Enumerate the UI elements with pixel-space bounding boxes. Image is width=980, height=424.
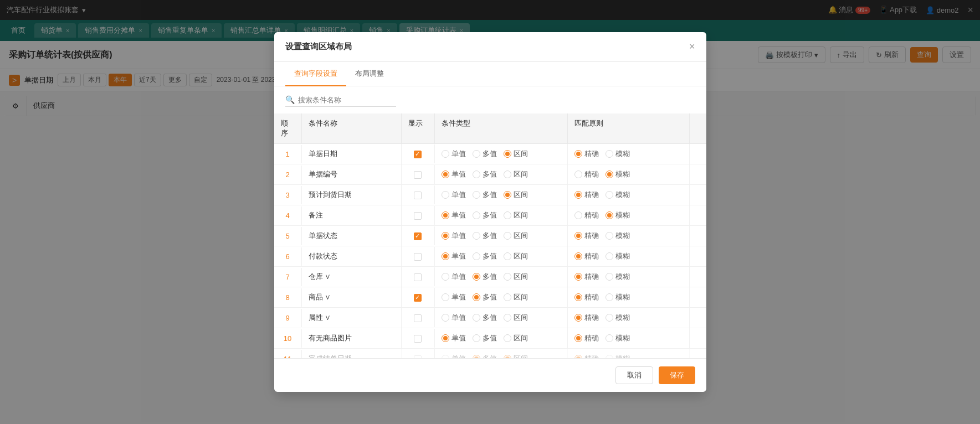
cell-display[interactable] <box>402 206 435 225</box>
radio-item-type_multi[interactable]: 多值 <box>473 169 497 179</box>
radio-circle <box>504 191 511 199</box>
radio-item-type_range[interactable]: 区间 <box>504 354 528 358</box>
cell-display[interactable] <box>402 185 435 204</box>
radio-item-rule_exact[interactable]: 精确 <box>574 210 599 220</box>
cell-display[interactable] <box>402 308 435 327</box>
display-checkbox[interactable] <box>414 355 422 358</box>
type-radio-group: 单值多值区间 <box>442 272 561 282</box>
radio-item-type_single[interactable]: 单值 <box>442 149 466 159</box>
radio-item-rule_exact[interactable]: 精确 <box>574 292 599 302</box>
radio-item-type_range[interactable]: 区间 <box>504 313 528 323</box>
radio-item-rule_fuzzy[interactable]: 模糊 <box>606 292 630 302</box>
radio-item-type_range[interactable]: 区间 <box>504 272 528 282</box>
cell-display[interactable] <box>402 267 435 286</box>
radio-item-type_single[interactable]: 单值 <box>442 169 466 179</box>
radio-item-type_range[interactable]: 区间 <box>504 210 528 220</box>
dialog-tab-layout[interactable]: 布局调整 <box>346 62 393 86</box>
radio-item-type_single[interactable]: 单值 <box>442 272 466 282</box>
cell-display[interactable] <box>402 144 435 163</box>
radio-item-type_range[interactable]: 区间 <box>504 333 528 343</box>
radio-item-type_single[interactable]: 单值 <box>442 333 466 343</box>
radio-item-rule_exact[interactable]: 精确 <box>574 313 599 323</box>
radio-label: 精确 <box>584 292 599 302</box>
radio-item-type_multi[interactable]: 多值 <box>473 354 497 358</box>
radio-item-rule_fuzzy[interactable]: 模糊 <box>606 210 630 220</box>
radio-circle <box>473 355 480 358</box>
radio-item-type_range[interactable]: 区间 <box>504 292 528 302</box>
display-checkbox[interactable] <box>414 314 422 322</box>
display-checkbox[interactable] <box>414 212 422 220</box>
rule-radio-group: 精确模糊 <box>574 251 683 261</box>
radio-item-type_single[interactable]: 单值 <box>442 251 466 261</box>
cell-display[interactable] <box>402 349 435 358</box>
display-checkbox[interactable] <box>414 232 422 240</box>
radio-item-type_single[interactable]: 单值 <box>442 190 466 200</box>
display-checkbox[interactable] <box>414 273 422 281</box>
cell-rule: 精确模糊 <box>568 287 690 307</box>
radio-item-rule_exact[interactable]: 精确 <box>574 149 599 159</box>
radio-label: 单值 <box>451 169 466 179</box>
cell-type: 单值多值区间 <box>435 246 568 266</box>
radio-item-type_range[interactable]: 区间 <box>504 149 528 159</box>
radio-item-type_multi[interactable]: 多值 <box>473 272 497 282</box>
cancel-btn[interactable]: 取消 <box>615 366 653 384</box>
search-input[interactable] <box>298 96 387 104</box>
radio-label: 精确 <box>584 272 599 282</box>
radio-item-rule_fuzzy[interactable]: 模糊 <box>606 333 630 343</box>
cell-order: 10 <box>274 329 302 348</box>
radio-item-type_range[interactable]: 区间 <box>504 169 528 179</box>
radio-item-rule_fuzzy[interactable]: 模糊 <box>606 190 630 200</box>
cell-display[interactable] <box>402 247 435 266</box>
radio-item-type_multi[interactable]: 多值 <box>473 313 497 323</box>
cell-name: 付款状态 <box>302 246 402 266</box>
radio-item-type_range[interactable]: 区间 <box>504 190 528 200</box>
type-radio-group: 单值多值区间 <box>442 190 561 200</box>
type-radio-group: 单值多值区间 <box>442 169 561 179</box>
display-checkbox[interactable] <box>414 151 422 158</box>
cell-order: 3 <box>274 186 302 204</box>
dialog-close-btn[interactable]: × <box>689 41 695 53</box>
radio-item-rule_fuzzy[interactable]: 模糊 <box>606 354 630 358</box>
radio-item-rule_exact[interactable]: 精确 <box>574 333 599 343</box>
display-checkbox[interactable] <box>414 253 422 261</box>
radio-item-rule_fuzzy[interactable]: 模糊 <box>606 251 630 261</box>
radio-item-type_multi[interactable]: 多值 <box>473 333 497 343</box>
radio-item-rule_fuzzy[interactable]: 模糊 <box>606 272 630 282</box>
radio-item-type_range[interactable]: 区间 <box>504 251 528 261</box>
cell-display[interactable] <box>402 226 435 245</box>
radio-item-rule_fuzzy[interactable]: 模糊 <box>606 313 630 323</box>
radio-item-type_multi[interactable]: 多值 <box>473 292 497 302</box>
cell-display[interactable] <box>402 329 435 348</box>
radio-item-rule_exact[interactable]: 精确 <box>574 190 599 200</box>
radio-item-type_multi[interactable]: 多值 <box>473 231 497 241</box>
radio-item-type_single[interactable]: 单值 <box>442 292 466 302</box>
radio-item-rule_exact[interactable]: 精确 <box>574 272 599 282</box>
radio-item-rule_exact[interactable]: 精确 <box>574 251 599 261</box>
radio-item-type_single[interactable]: 单值 <box>442 313 466 323</box>
radio-item-type_multi[interactable]: 多值 <box>473 251 497 261</box>
cell-display[interactable] <box>402 288 435 307</box>
radio-item-rule_fuzzy[interactable]: 模糊 <box>606 169 630 179</box>
cell-display[interactable] <box>402 165 435 184</box>
radio-item-type_single[interactable]: 单值 <box>442 231 466 241</box>
dialog-tab-query-fields[interactable]: 查询字段设置 <box>285 62 346 86</box>
save-btn[interactable]: 保存 <box>659 366 695 384</box>
radio-item-type_range[interactable]: 区间 <box>504 231 528 241</box>
radio-item-type_single[interactable]: 单值 <box>442 354 466 358</box>
display-checkbox[interactable] <box>414 192 422 199</box>
radio-item-rule_exact[interactable]: 精确 <box>574 354 599 358</box>
radio-item-type_single[interactable]: 单值 <box>442 210 466 220</box>
display-checkbox[interactable] <box>414 294 422 302</box>
radio-item-type_multi[interactable]: 多值 <box>473 190 497 200</box>
radio-label: 区间 <box>514 190 528 200</box>
radio-item-rule_exact[interactable]: 精确 <box>574 231 599 241</box>
radio-item-type_multi[interactable]: 多值 <box>473 149 497 159</box>
radio-item-rule_fuzzy[interactable]: 模糊 <box>606 149 630 159</box>
cell-order: 8 <box>274 288 302 307</box>
display-checkbox[interactable] <box>414 335 422 343</box>
radio-item-type_multi[interactable]: 多值 <box>473 210 497 220</box>
radio-item-rule_exact[interactable]: 精确 <box>574 169 599 179</box>
radio-item-rule_fuzzy[interactable]: 模糊 <box>606 231 630 241</box>
display-checkbox[interactable] <box>414 171 422 179</box>
radio-label: 区间 <box>514 210 528 220</box>
